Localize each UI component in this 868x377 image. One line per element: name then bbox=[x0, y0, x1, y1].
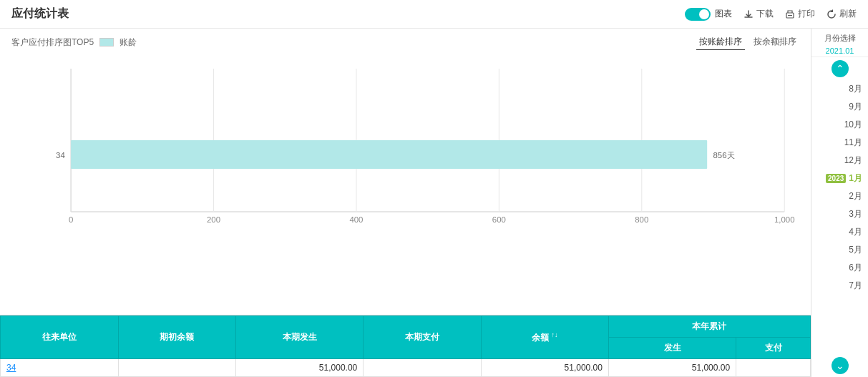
cell-ytd-occurred: 51,000.00 bbox=[608, 359, 736, 377]
chart-sort-buttons: 按账龄排序 按余额排序 bbox=[696, 34, 799, 50]
month-label: 5月 bbox=[849, 244, 862, 256]
month-label: 3月 bbox=[849, 208, 862, 220]
refresh-button[interactable]: 刷新 bbox=[826, 8, 857, 20]
month-label: 11月 bbox=[844, 137, 862, 149]
toggle-knob bbox=[699, 9, 709, 19]
chart-toggle-wrapper: 图表 bbox=[685, 8, 732, 21]
header: 应付统计表 图表 下载 打印 bbox=[0, 0, 868, 29]
data-table: 往来单位 期初余额 本期发生 本期支付 余额 ↑↓ 本年累计 发生 bbox=[0, 315, 811, 377]
th-ytd-payment: 支付 bbox=[736, 338, 811, 359]
sidebar-title: 月份选择 bbox=[821, 29, 859, 45]
th-balance: 余额 ↑↓ bbox=[481, 316, 608, 359]
chart-toggle[interactable] bbox=[685, 8, 711, 21]
chart-area: 34 856天 0 200 400 600 800 1,000 bbox=[0, 56, 811, 315]
month-label: 4月 bbox=[849, 226, 862, 238]
month-item-11[interactable]: 7月 bbox=[811, 277, 868, 295]
month-item-4[interactable]: 12月 bbox=[811, 152, 868, 170]
svg-text:400: 400 bbox=[349, 215, 363, 224]
chart-header: 客户应付排序图TOP5 账龄 按账龄排序 按余额排序 bbox=[0, 29, 811, 56]
main-content: 客户应付排序图TOP5 账龄 按账龄排序 按余额排序 bbox=[0, 29, 868, 377]
bar-chart-svg: 34 856天 0 200 400 600 800 1,000 bbox=[11, 62, 799, 248]
svg-text:34: 34 bbox=[56, 151, 65, 160]
cell-opening-balance bbox=[118, 359, 236, 377]
download-icon bbox=[743, 9, 754, 19]
legend-color-box bbox=[99, 38, 114, 46]
month-label: 6月 bbox=[849, 262, 862, 274]
month-item-3[interactable]: 11月 bbox=[811, 134, 868, 152]
month-label: 8月 bbox=[849, 83, 862, 95]
th-current-occurred: 本期发生 bbox=[236, 316, 364, 359]
month-item-8[interactable]: 4月 bbox=[811, 223, 868, 241]
cell-unit: 34 bbox=[1, 359, 119, 377]
chart-toggle-label: 图表 bbox=[715, 8, 732, 20]
svg-text:856天: 856天 bbox=[713, 151, 735, 160]
svg-rect-11 bbox=[71, 140, 707, 169]
chart-legend: 客户应付排序图TOP5 账龄 bbox=[11, 36, 137, 49]
month-label: 9月 bbox=[849, 101, 862, 113]
sidebar: 月份选择 2021.01 ⌃ 8月9月10月11月12月20231月2月3月4月… bbox=[811, 29, 868, 377]
month-item-0[interactable]: 8月 bbox=[811, 80, 868, 98]
svg-rect-1 bbox=[788, 15, 792, 16]
refresh-icon bbox=[826, 9, 837, 19]
month-item-9[interactable]: 5月 bbox=[811, 241, 868, 259]
svg-text:800: 800 bbox=[635, 215, 648, 224]
print-button[interactable]: 打印 bbox=[785, 8, 815, 20]
chart-section: 客户应付排序图TOP5 账龄 按账龄排序 按余额排序 bbox=[0, 29, 811, 377]
month-label: 7月 bbox=[849, 280, 862, 292]
month-item-5[interactable]: 20231月 bbox=[811, 170, 868, 187]
month-item-2[interactable]: 10月 bbox=[811, 116, 868, 134]
page-title: 应付统计表 bbox=[11, 6, 69, 21]
print-icon bbox=[785, 9, 795, 19]
month-label: 2月 bbox=[849, 190, 862, 202]
cell-ytd-payment bbox=[736, 359, 811, 377]
sort-by-amount-button[interactable]: 按余额排序 bbox=[751, 34, 799, 50]
sidebar-up-button[interactable]: ⌃ bbox=[832, 60, 849, 77]
cell-current-payment bbox=[364, 359, 482, 377]
month-label: 12月 bbox=[844, 155, 862, 167]
th-ytd-occurred: 发生 bbox=[608, 338, 736, 359]
th-current-payment: 本期支付 bbox=[364, 316, 482, 359]
svg-text:1,000: 1,000 bbox=[774, 215, 795, 224]
month-list: 8月9月10月11月12月20231月2月3月4月5月6月7月 bbox=[811, 80, 868, 354]
month-label: 1月 bbox=[849, 172, 862, 185]
cell-current-occurred: 51,000.00 bbox=[236, 359, 364, 377]
svg-text:600: 600 bbox=[492, 215, 506, 224]
th-opening-balance: 期初余额 bbox=[118, 316, 236, 359]
header-actions: 图表 下载 打印 刷新 bbox=[685, 8, 857, 21]
cell-balance: 51,000.00 bbox=[481, 359, 608, 377]
sort-by-balance-button[interactable]: 按账龄排序 bbox=[696, 34, 745, 50]
svg-text:0: 0 bbox=[69, 215, 73, 224]
legend-item-label: 账龄 bbox=[120, 36, 137, 49]
svg-text:200: 200 bbox=[207, 215, 220, 224]
month-item-1[interactable]: 9月 bbox=[811, 98, 868, 116]
month-item-10[interactable]: 6月 bbox=[811, 259, 868, 277]
download-button[interactable]: 下载 bbox=[743, 8, 774, 20]
sidebar-down-button[interactable]: ⌄ bbox=[832, 357, 849, 374]
month-label: 10月 bbox=[844, 119, 862, 131]
app-container: 应付统计表 图表 下载 打印 bbox=[0, 0, 868, 377]
th-unit: 往来单位 bbox=[1, 316, 119, 359]
unit-link[interactable]: 34 bbox=[6, 363, 16, 373]
month-item-7[interactable]: 3月 bbox=[811, 205, 868, 223]
sidebar-current-date[interactable]: 2021.01 bbox=[811, 45, 868, 57]
year-badge: 2023 bbox=[826, 174, 846, 183]
th-ytd: 本年累计 bbox=[608, 316, 810, 338]
month-item-6[interactable]: 2月 bbox=[811, 187, 868, 205]
legend-title: 客户应付排序图TOP5 bbox=[11, 36, 94, 49]
table-row: 34 51,000.00 51,000.00 51,000.00 bbox=[1, 359, 811, 377]
table-section: 往来单位 期初余额 本期发生 本期支付 余额 ↑↓ 本年累计 发生 bbox=[0, 315, 811, 377]
